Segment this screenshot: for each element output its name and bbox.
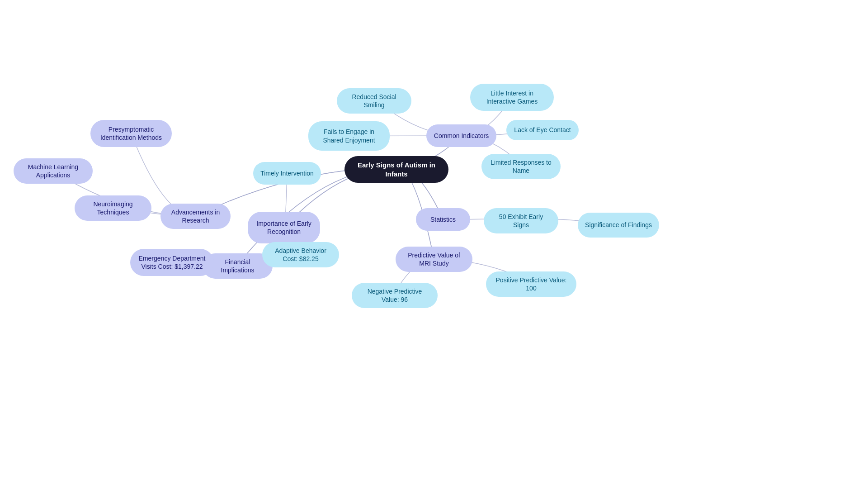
node-statistics[interactable]: Statistics — [416, 208, 470, 231]
node-lack_eye[interactable]: Lack of Eye Contact — [506, 120, 579, 140]
node-importance[interactable]: Importance of Early Recognition — [248, 212, 320, 243]
node-presymptomatic[interactable]: Presymptomatic Identification Methods — [90, 120, 172, 147]
node-adaptive_cost[interactable]: Adaptive Behavior Cost: $82.25 — [262, 242, 339, 267]
mindmap-container: Early Signs of Autism in InfantsImportan… — [0, 0, 868, 490]
node-limited_responses[interactable]: Limited Responses to Name — [481, 154, 561, 179]
node-neuroimaging[interactable]: Neuroimaging Techniques — [75, 195, 151, 221]
node-common_indicators[interactable]: Common Indicators — [426, 124, 496, 147]
node-center[interactable]: Early Signs of Autism in Infants — [344, 156, 448, 183]
node-predictive[interactable]: Predictive Value of MRI Study — [396, 247, 472, 272]
node-fails_engage[interactable]: Fails to Engage in Shared Enjoyment — [308, 121, 390, 151]
node-significance[interactable]: Significance of Findings — [578, 213, 659, 238]
node-reduced_smiling[interactable]: Reduced Social Smiling — [337, 88, 411, 114]
node-negative_predictive[interactable]: Negative Predictive Value: 96 — [352, 283, 438, 308]
node-emergency_cost[interactable]: Emergency Department Visits Cost: $1,397… — [130, 249, 214, 276]
node-advancements[interactable]: Advancements in Research — [160, 204, 231, 229]
node-positive_predictive[interactable]: Positive Predictive Value: 100 — [486, 271, 576, 297]
node-little_interest[interactable]: Little Interest in Interactive Games — [470, 84, 554, 111]
node-fifty_exhibit[interactable]: 50 Exhibit Early Signs — [484, 208, 558, 233]
connections-svg — [0, 0, 868, 490]
node-timely[interactable]: Timely Intervention — [253, 162, 321, 185]
node-machine_learning[interactable]: Machine Learning Applications — [14, 158, 93, 184]
